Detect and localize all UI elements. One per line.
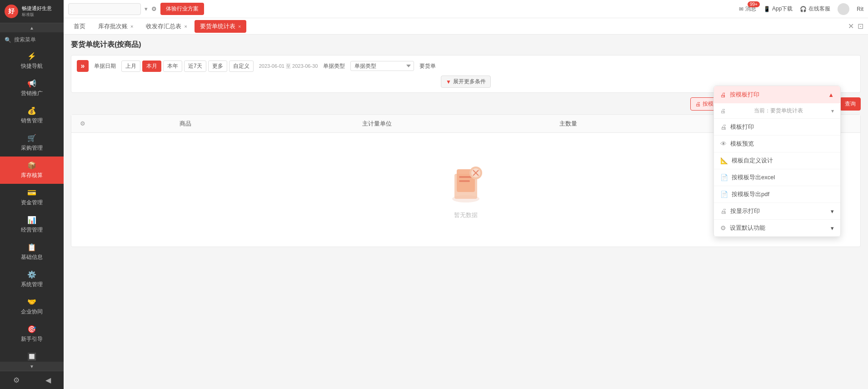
tab-order-stats[interactable]: 要货单统计表 × [195,20,246,33]
sidebar-item-basic[interactable]: 📋 基础信息 [0,238,64,266]
template-print-icon: 🖨 [720,123,727,131]
topbar-search-input[interactable] [68,3,141,15]
tabs-expand-btn[interactable]: ⊡ [858,22,863,30]
filter-expand-btn[interactable]: ▼ 展开更多条件 [441,76,491,88]
receivable-summary-close[interactable]: × [184,24,187,29]
date-btn-this-year[interactable]: 本年 [163,61,182,72]
query-btn[interactable]: 查询 [840,97,861,111]
sidebar-item-quick-nav[interactable]: ⚡ 快捷导航 [0,47,64,75]
inventory-batch-label: 库存批次账 [98,22,128,30]
sidebar-item-purchase[interactable]: 🛒 采购管理 [0,129,64,157]
sidebar-item-inventory[interactable]: 📦 库存核算 [0,157,64,184]
dropdown-item-export-pdf[interactable]: 📄 按模板导出pdf [714,186,840,203]
date-btn-custom[interactable]: 自定义 [229,61,254,72]
table-col-settings-icon[interactable]: ⚙ [76,120,90,127]
collapse-icon[interactable]: ◀ [45,376,51,384]
avatar [838,3,849,15]
date-btn-group: 上月 本月 本年 近7天 更多 自定义 [121,61,254,72]
date-range-text: 2023-06-01 至 2023-06-30 [259,63,318,70]
order-stats-close[interactable]: × [238,24,241,29]
dropdown-sub-set-default[interactable]: ⚙ 设置默认功能 ▾ [714,220,840,237]
sidebar-scroll-up[interactable]: ▲ [0,23,64,32]
date-btn-more[interactable]: 更多 [208,61,227,72]
dropdown-current-arrow: ▾ [831,108,834,114]
sidebar: 好 畅捷通好生意 标准版 ▲ 🔍 搜索菜单 ⚡ 快捷导航 📢 营销推广 💰 销售… [0,0,64,389]
filter-expand-red-btn[interactable]: » [77,60,89,72]
sidebar-search[interactable]: 🔍 搜索菜单 [0,32,64,47]
topbar-settings-icon[interactable]: ⚙ [151,5,157,12]
date-btn-7days[interactable]: 近7天 [184,61,206,72]
display-print-arrow: ▾ [831,208,834,215]
tab-inventory-batch[interactable]: 库存批次账 × [93,20,139,33]
template-print-label: 模板打印 [730,123,754,131]
svg-rect-4 [459,180,470,182]
col-product: 商品 [90,120,281,128]
message-icon: ✉ [739,6,743,12]
quick-nav-icon: ⚡ [27,52,36,61]
marketing-icon: 📢 [27,79,36,88]
sidebar-item-label: 营销推广 [21,90,43,97]
messages-btn[interactable]: ✉ 消息 99+ [739,5,756,13]
basic-icon: 📋 [27,243,36,252]
display-print-label: 按显示打印 [730,207,760,215]
dropdown-item-template-print[interactable]: 🖨 模板打印 [714,119,840,136]
page-content: 要货单统计表(按商品) » 单据日期 上月 本月 本年 近7天 更多 自定义 2… [64,35,868,389]
search-icon: 🔍 [5,37,11,43]
order-type-label: 单据类型 [323,62,345,70]
settings-bottom-icon[interactable]: ⚙ [13,376,20,384]
sidebar-item-collab[interactable]: 🤝 企业协同 [0,293,64,320]
download-icon: 📱 [763,6,770,12]
sidebar-item-capital[interactable]: 💳 资金管理 [0,184,64,211]
tab-receivable-summary[interactable]: 收发存汇总表 × [140,20,192,33]
online-service-btn[interactable]: 🎧 在线客服 [800,5,830,13]
inventory-icon: 📦 [27,161,36,170]
order-goods-label: 要货单 [419,62,436,70]
collab-icon: 🤝 [27,298,36,306]
message-badge: 99+ [748,1,760,7]
dropdown-sub-left-2: ⚙ 设置默认功能 [720,224,765,232]
topbar: ▾ ⚙ 体验行业方案 ✉ 消息 99+ 📱 App下载 🎧 在线客服 Rit [64,0,868,18]
dropdown-header-arrow: ▲ [828,91,834,98]
date-btn-last-month[interactable]: 上月 [121,61,140,72]
tab-home[interactable]: 首页 [68,20,91,33]
sidebar-item-operation[interactable]: 📊 经营管理 [0,211,64,238]
sidebar-item-sales[interactable]: 💰 销售管理 [0,102,64,129]
sidebar-item-label: 经营管理 [21,226,43,234]
sidebar-item-appcenter[interactable]: 🔲 应用中心 [0,348,64,362]
sidebar-item-guide[interactable]: 🎯 新手引导 [0,320,64,348]
dropdown-item-template-design[interactable]: 📐 模板自定义设计 [714,152,840,169]
sidebar-item-label: 企业协同 [21,308,43,316]
print-dropdown-panel: 🖨 按模板打印 ▲ 🖨 当前：要货单统计表 ▾ 🖨 模板打印 👁 模板预览 📐 [713,86,841,237]
template-preview-label: 模板预览 [730,140,754,148]
set-default-icon: ⚙ [720,224,726,232]
dropdown-item-template-preview[interactable]: 👁 模板预览 [714,136,840,152]
dropdown-header[interactable]: 🖨 按模板打印 ▲ [714,86,840,103]
tabs-close-btn[interactable]: ✕ [848,22,854,30]
empty-illustration [443,160,489,206]
sidebar-item-label: 库存核算 [21,172,43,179]
dropdown-item-export-excel[interactable]: 📄 按模板导出excel [714,169,840,186]
order-type-select[interactable]: 单据类型 要货单 [350,61,414,71]
appcenter-icon: 🔲 [27,352,36,361]
app-download-btn[interactable]: 📱 App下载 [763,5,793,13]
export-pdf-icon: 📄 [720,191,728,198]
sales-icon: 💰 [27,106,36,115]
sidebar-scroll-down[interactable]: ▼ [0,362,64,371]
dropdown-sub-display-print[interactable]: 🖨 按显示打印 ▾ [714,203,840,220]
sidebar-item-system[interactable]: ⚙️ 系统管理 [0,266,64,293]
dropdown-current: 🖨 当前：要货单统计表 ▾ [714,103,840,119]
export-excel-label: 按模板导出excel [732,173,775,182]
operation-icon: 📊 [27,216,36,224]
dropdown-current-icon: 🖨 [720,108,726,114]
filter-row-1: » 单据日期 上月 本月 本年 近7天 更多 自定义 2023-06-01 至 … [77,60,855,72]
template-design-label: 模板自定义设计 [732,157,773,165]
inventory-batch-close[interactable]: × [130,24,133,29]
date-btn-this-month[interactable]: 本月 [142,61,161,72]
system-icon: ⚙️ [27,270,36,279]
sidebar-item-marketing[interactable]: 📢 营销推广 [0,75,64,102]
dropdown-current-label: 当前：要货单统计表 [754,107,803,115]
industry-btn[interactable]: 体验行业方案 [160,3,204,15]
sidebar-item-label: 新手引导 [21,335,43,343]
topbar-dropdown-icon[interactable]: ▾ [145,5,148,12]
display-print-icon: 🖨 [720,207,727,215]
